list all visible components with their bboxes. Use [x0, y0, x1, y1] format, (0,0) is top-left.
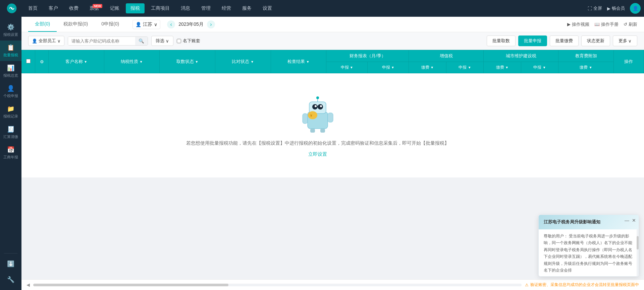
sort-customer-icon[interactable]: ▼ — [84, 60, 87, 64]
region-select[interactable]: 👤 江苏 ∨ — [132, 20, 160, 29]
sidebar-bottom: ⬇️ 🔧 — [0, 251, 21, 290]
sidebar-item-tax-record[interactable]: 📁 报税记录 — [0, 102, 21, 122]
sidebar-item-tax-settings[interactable]: ⚙️ 报税设置 — [0, 20, 21, 41]
batch-pay-btn[interactable]: 批量缴费 — [550, 35, 579, 46]
sidebar-label-annual-report: 工商年报 — [3, 155, 18, 160]
svg-point-1 — [11, 8, 13, 9]
sort-fin-declare-icon[interactable]: ▼ — [350, 66, 353, 69]
operation-video-link[interactable]: ▶ 操作视频 — [567, 21, 589, 27]
nav-service[interactable]: 服务 — [237, 3, 256, 13]
nav-settings[interactable]: 设置 — [258, 3, 277, 13]
account-set-checkbox-label[interactable]: 名下账套 — [177, 38, 200, 44]
sidebar-item-settlement[interactable]: 🧾 汇算清缴 — [0, 122, 21, 143]
sidebar: ⚙️ 报税设置 📋 批量报税 📊 报税总览 👤 个税申报 📁 报税记录 🧾 汇算… — [0, 17, 21, 290]
annual-report-icon: 📅 — [7, 146, 14, 153]
table-container: ⚙ 客户名称 ▼ 纳税性质 ▼ 取数状态 ▼ 比对状态 ▼ 检查结果 ▼ — [21, 50, 644, 177]
account-set-checkbox[interactable] — [177, 39, 181, 43]
new-badge: NEW — [93, 4, 102, 8]
th-edu-tax: 教育费附加 — [558, 50, 614, 62]
tab-right-actions: ▶ 操作视频 📖 操作手册 ↺ 刷新 — [567, 21, 637, 27]
employee-select[interactable]: 👤 全部员工 ∨ — [28, 36, 64, 46]
th-urban-tax: 城市维护建设税 — [484, 50, 558, 62]
sidebar-item-tax-overview[interactable]: 📊 报税总览 — [0, 61, 21, 81]
sort-fetch-icon[interactable]: ▼ — [195, 60, 198, 64]
sidebar-item-annual-report[interactable]: 📅 工商年报 — [0, 143, 21, 163]
status-update-btn[interactable]: 状态更新 — [581, 35, 610, 46]
batch-fetch-btn[interactable]: 批量取数 — [487, 35, 516, 46]
fullscreen-icon: ⛶ — [588, 6, 592, 11]
avatar[interactable]: 👤 — [630, 3, 641, 14]
top-nav: 首页 客户 收费 票据 NEW 记账 报税 工商项目 消息 管理 经营 服务 设… — [0, 0, 644, 17]
tab-zero-declare[interactable]: 0申报(0) — [95, 17, 126, 32]
nav-right: ⛶ 全屏 ▶ 畅会员 👤 — [588, 3, 641, 14]
person-icon: 👤 — [136, 22, 141, 27]
search-button[interactable]: 🔍 — [135, 37, 148, 45]
sort-urban-declare-icon[interactable]: ▼ — [468, 66, 471, 69]
refresh-link[interactable]: ↺ 刷新 — [624, 21, 637, 27]
more-btn[interactable]: 更多 ∨ — [613, 35, 637, 46]
th-gear[interactable]: ⚙ — [35, 50, 49, 73]
setup-link[interactable]: 立即设置 — [308, 151, 327, 157]
horizontal-scrollbar[interactable] — [33, 284, 522, 286]
notification-scrollbar[interactable] — [637, 229, 639, 276]
nav-operation[interactable]: 经营 — [217, 3, 236, 13]
notification-close-btn[interactable]: ✕ — [632, 218, 636, 223]
sort-urban-pay-icon[interactable]: ▼ — [505, 66, 508, 69]
fullscreen-btn[interactable]: ⛶ 全屏 — [588, 5, 602, 11]
filter-btn[interactable]: 筛选 ∨ — [151, 36, 173, 46]
tab-all[interactable]: 全部(0) — [28, 17, 57, 32]
filter-right-actions: 批量取数 批量申报 批量缴费 状态更新 更多 ∨ — [487, 35, 637, 46]
nav-fee[interactable]: 收费 — [64, 3, 83, 13]
sort-vat-declare-icon[interactable]: ▼ — [391, 66, 394, 69]
search-input[interactable] — [68, 37, 135, 45]
chevron-down-icon: ∨ — [154, 22, 157, 27]
scrollbar-thumb — [33, 284, 228, 286]
tax-overview-icon: 📊 — [7, 64, 14, 72]
prev-month-btn[interactable]: ‹ — [167, 20, 175, 28]
operation-manual-link[interactable]: 📖 操作手册 — [594, 21, 619, 27]
th-urban-pay: 缴费 ▼ — [484, 62, 521, 73]
batch-declare-btn[interactable]: 批量申报 — [518, 35, 547, 46]
main-table: ⚙ 客户名称 ▼ 纳税性质 ▼ 取数状态 ▼ 比对状态 ▼ 检查结果 ▼ — [21, 50, 644, 177]
th-customer-name: 客户名称 ▼ — [49, 50, 104, 73]
sidebar-label-tax-record: 报税记录 — [3, 114, 18, 119]
th-vat-declare: 申报 ▼ — [368, 62, 409, 73]
settlement-icon: 🧾 — [7, 126, 14, 133]
filter-label: 筛选 — [156, 38, 164, 44]
sort-edu-pay-icon[interactable]: ▼ — [589, 66, 592, 69]
sidebar-item-user-settings[interactable]: 🔧 — [0, 273, 21, 287]
more-chevron-icon: ∨ — [628, 39, 632, 44]
nav-business[interactable]: 工商项目 — [146, 3, 174, 13]
sort-vat-pay-icon[interactable]: ▼ — [430, 66, 434, 69]
sidebar-item-download[interactable]: ⬇️ — [0, 257, 21, 271]
select-all-checkbox[interactable] — [26, 59, 31, 63]
user-settings-icon: 🔧 — [7, 276, 14, 283]
nav-customer[interactable]: 客户 — [44, 3, 63, 13]
tax-record-icon: 📁 — [7, 105, 14, 113]
vip-btn[interactable]: ▶ 畅会员 — [607, 5, 625, 11]
sort-taxtype-icon[interactable]: ▼ — [140, 60, 143, 64]
nav-invoice[interactable]: 票据 NEW — [85, 3, 104, 13]
sidebar-label-personal-tax: 个税申报 — [3, 93, 18, 98]
notification-minimize-btn[interactable]: — — [625, 218, 629, 223]
nav-message[interactable]: 消息 — [176, 3, 195, 13]
sort-check-icon[interactable]: ▼ — [306, 60, 310, 64]
nav-accounting[interactable]: 记账 — [105, 3, 124, 13]
bottom-bar: ◀ ⚠ 验证账密、采集信息均成功的企业才会流转至批量报税页面中 — [21, 279, 644, 290]
sidebar-item-personal-tax[interactable]: 👤 个税申报 — [0, 81, 21, 102]
nav-manage[interactable]: 管理 — [197, 3, 215, 13]
tab-tax-declare[interactable]: 税款申报(0) — [57, 17, 95, 32]
th-vat: 增值税 — [409, 50, 484, 62]
sidebar-divider — [4, 253, 17, 253]
th-edu-declare: 申报 ▼ — [521, 62, 558, 73]
next-month-btn[interactable]: › — [207, 20, 215, 28]
nav-home[interactable]: 首页 — [23, 3, 42, 13]
sidebar-item-batch-tax[interactable]: 📋 批量报税 — [0, 41, 21, 61]
th-checkbox[interactable] — [22, 50, 35, 73]
sort-compare-icon[interactable]: ▼ — [251, 60, 254, 64]
prev-page-arrow[interactable]: ◀ — [26, 282, 30, 287]
employee-icon: 👤 — [32, 39, 37, 44]
nav-tax[interactable]: 报税 — [126, 3, 145, 13]
sort-edu-declare-icon[interactable]: ▼ — [543, 66, 546, 69]
month-display: 2023年05月 — [178, 21, 204, 27]
